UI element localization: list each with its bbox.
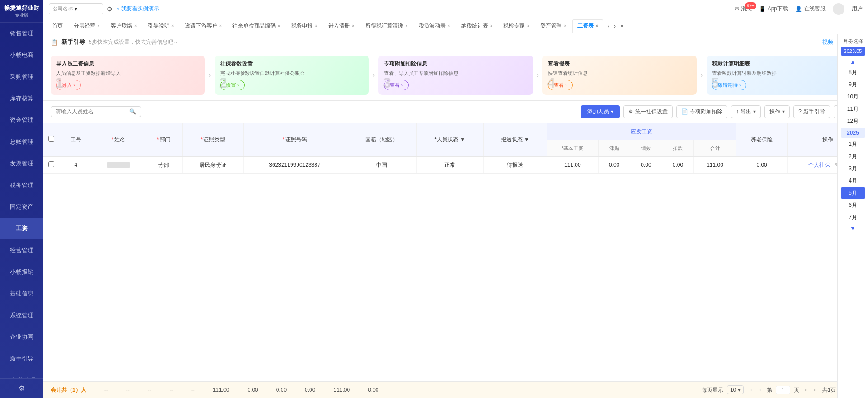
month-item-2[interactable]: 10月 [841,91,865,103]
unified-setting-button[interactable]: ⚙ 统一社保设置 [623,105,673,118]
sidebar-item-capital[interactable]: 资金管理 [0,109,43,131]
export-button[interactable]: ↑ 导出 ▾ [731,105,761,118]
tab-close-icon[interactable]: × [219,23,222,28]
header-settings-icon[interactable]: ⚙ [107,5,113,13]
month-nav-down[interactable]: ▼ [850,225,856,232]
tab-next-btn[interactable]: › [612,22,618,30]
tab-close-icon[interactable]: × [490,23,493,28]
sidebar-item-basic[interactable]: 基础信息 [0,283,43,304]
company-selector[interactable]: 公司名称 ▾ [49,3,103,14]
tab-close-icon[interactable]: × [97,23,100,28]
app-download-button[interactable]: 📱 App下载 [759,5,788,13]
tab-item-9[interactable]: 税负波动表× [414,19,455,33]
tab-close-icon[interactable]: × [595,23,598,28]
month-item-5[interactable]: 2025 [841,128,865,138]
per-page-value: 10 [730,387,736,393]
tab-item-3[interactable]: 引导说明× [143,19,179,33]
tab-close-icon[interactable]: × [315,23,317,28]
tab-item-5[interactable]: 往来单位商品编码× [227,19,285,33]
footer-summary: 会计共（1）人 -- -- -- -- -- 111.00 0.00 0.00 … [51,386,379,394]
month-item-8[interactable]: 3月 [841,163,865,174]
sidebar-item-tax[interactable]: 税务管理 [0,174,43,196]
tab-close-icon[interactable]: × [405,23,408,28]
month-item-12[interactable]: 7月 [841,212,865,223]
tab-item-13[interactable]: 工资表× [572,19,603,33]
step-title-5: 税款计算明细表 [712,60,855,68]
tab-item-10[interactable]: 纳税统计表× [456,19,498,33]
tab-item-4[interactable]: 邀请下游客户× [180,19,227,33]
sidebar-item-invoice[interactable]: 发票管理 [0,153,43,174]
tab-close-icon[interactable]: × [527,23,529,28]
table-footer: 会计共（1）人 -- -- -- -- -- 111.00 0.00 0.00 … [43,381,868,398]
month-item-7[interactable]: 2月 [841,151,865,162]
month-item-0[interactable]: 8月 [841,67,865,78]
sidebar-item-operation[interactable]: 经营管理 [0,239,43,261]
month-nav-up[interactable]: ▲ [850,58,856,66]
tab-close-icon[interactable]: × [352,23,354,28]
tab-item-12[interactable]: 资产管理× [535,19,571,33]
select-all-checkbox[interactable] [48,136,54,142]
guide-button[interactable]: ? 新手引导 [793,105,830,118]
sidebar-bottom[interactable]: ⚙ [0,378,43,398]
sidebar-item-purchase[interactable]: 采购管理 [0,66,43,88]
tab-prev-btn[interactable]: ‹ [606,22,611,30]
month-item-11[interactable]: 6月 [841,200,865,211]
sidebar-item-inventory[interactable]: 库存核算 [0,88,43,109]
first-page-btn[interactable]: « [747,386,754,394]
tab-close-icon[interactable]: × [448,23,450,28]
op-pension-link[interactable]: 个人社保 [808,162,830,168]
message-button[interactable]: ✉ 消息 99+ [735,5,752,13]
sidebar-item-cooperation[interactable]: 企业协同 [0,326,43,348]
sidebar-item-guide[interactable]: 新手引导 [0,348,43,370]
tab-item-1[interactable]: 分层经营× [69,19,105,33]
special-deduction-button[interactable]: 📄 专项附加扣除 [676,105,727,118]
month-item-9[interactable]: 4月 [841,175,865,187]
settings-icon[interactable]: ⚙ [19,384,25,393]
sidebar-item-fixed-asset[interactable]: 固定资产 [0,196,43,218]
sidebar-item-xiao-shang[interactable]: 小畅电商 [0,44,43,66]
tab-item-6[interactable]: 税务申报× [286,19,322,33]
tab-item-2[interactable]: 客户联络× [106,19,142,33]
sidebar-item-ledger[interactable]: 总账管理 [0,131,43,153]
tab-item-11[interactable]: 税检专家× [498,19,534,33]
operation-button[interactable]: 操作 ▾ [764,105,790,118]
tab-close-icon[interactable]: × [171,23,174,28]
sidebar-label: 税务管理 [10,181,33,189]
tab-close-icon[interactable]: × [134,23,137,28]
guide-video-link[interactable]: 视频 [822,38,833,46]
online-service-button[interactable]: 👤 在线客服 [795,5,826,13]
page-number-input[interactable] [776,386,790,394]
row-id-num: 36232119990123387 [243,156,346,173]
add-person-button[interactable]: 添加人员 ▾ [581,105,620,118]
month-item-1[interactable]: 9月 [841,79,865,90]
per-page-select[interactable]: 10 ▾ [727,385,744,394]
next-page-btn[interactable]: › [803,386,808,394]
per-page-dropdown-icon: ▾ [738,387,741,393]
demo-link[interactable]: ○ 我要看实例演示 [116,5,159,13]
search-icon[interactable]: 🔍 [129,108,136,115]
user-name-text: 用户 [852,5,863,13]
tab-close-icon[interactable]: × [278,23,280,28]
month-item-4[interactable]: 12月 [841,116,865,127]
search-input[interactable] [56,108,127,115]
sidebar-item-sales[interactable]: 销售管理 [0,23,43,44]
prev-page-btn[interactable]: ‹ [758,386,763,394]
tab-item-8[interactable]: 所得税汇算清缴× [360,19,413,33]
month-panel-year[interactable]: 2023.05 [841,47,865,56]
sidebar-item-smart[interactable]: ●智能管理 [0,370,43,378]
user-avatar[interactable] [833,3,844,15]
sidebar-item-wage[interactable]: 工资 [0,218,43,239]
tab-item-7[interactable]: 进入清册× [323,19,359,33]
month-item-10[interactable]: 5月 [841,187,865,199]
month-item-3[interactable]: 11月 [841,103,865,115]
sidebar-item-system[interactable]: 系统管理 [0,304,43,326]
sidebar-item-xiao-xiao[interactable]: 小畅报销 [0,261,43,283]
tab-close-icon[interactable]: × [564,23,566,28]
last-page-btn[interactable]: » [812,386,819,394]
tab-item-0[interactable]: 首页 [47,19,68,33]
month-item-6[interactable]: 1月 [841,139,865,150]
search-box[interactable]: 🔍 [51,106,141,117]
performance-header: 绩效 [630,140,662,156]
tab-close-all-btn[interactable]: × [618,22,625,30]
row-checkbox[interactable] [48,161,54,167]
